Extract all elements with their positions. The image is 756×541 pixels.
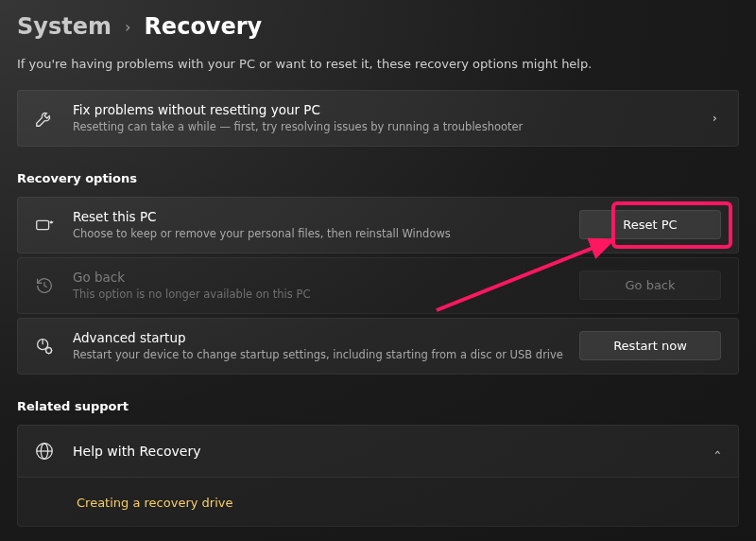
help-sublinks: Creating a recovery drive: [17, 478, 739, 527]
page-title: Recovery: [144, 13, 262, 40]
wrench-icon: [31, 108, 58, 129]
reset-icon: [31, 215, 58, 236]
creating-recovery-drive-link[interactable]: Creating a recovery drive: [77, 496, 232, 510]
section-related-support: Related support: [17, 399, 739, 413]
help-with-recovery-card[interactable]: Help with Recovery ›: [17, 425, 739, 478]
fix-problems-title: Fix problems without resetting your PC: [73, 102, 697, 118]
reset-pc-desc: Choose to keep or remove your personal f…: [73, 226, 564, 241]
go-back-button: Go back: [579, 270, 721, 300]
history-icon: [31, 275, 58, 296]
fix-problems-desc: Resetting can take a while — first, try …: [73, 119, 697, 134]
advanced-startup-card: Advanced startup Restart your device to …: [17, 318, 739, 375]
chevron-right-icon: ›: [125, 18, 130, 36]
breadcrumb: System › Recovery: [17, 13, 739, 40]
chevron-right-icon: ›: [713, 111, 721, 125]
go-back-title: Go back: [73, 270, 564, 286]
fix-problems-card[interactable]: Fix problems without resetting your PC R…: [17, 90, 739, 147]
reset-pc-card: Reset this PC Choose to keep or remove y…: [17, 197, 739, 253]
reset-pc-button[interactable]: Reset PC: [579, 210, 721, 239]
advanced-startup-title: Advanced startup: [73, 330, 564, 346]
reset-pc-title: Reset this PC: [73, 209, 564, 225]
advanced-startup-desc: Restart your device to change startup se…: [73, 347, 564, 362]
go-back-desc: This option is no longer available on th…: [73, 287, 564, 302]
restart-now-button[interactable]: Restart now: [579, 331, 721, 360]
breadcrumb-parent[interactable]: System: [17, 13, 112, 40]
chevron-up-icon: ›: [710, 446, 724, 455]
intro-text: If you're having problems with your PC o…: [17, 57, 739, 71]
svg-rect-0: [37, 220, 49, 229]
help-with-recovery-title: Help with Recovery: [73, 444, 697, 459]
globe-help-icon: [31, 441, 58, 462]
go-back-card: Go back This option is no longer availab…: [17, 257, 739, 314]
section-recovery-options: Recovery options: [17, 171, 739, 185]
power-settings-icon: [31, 336, 58, 357]
